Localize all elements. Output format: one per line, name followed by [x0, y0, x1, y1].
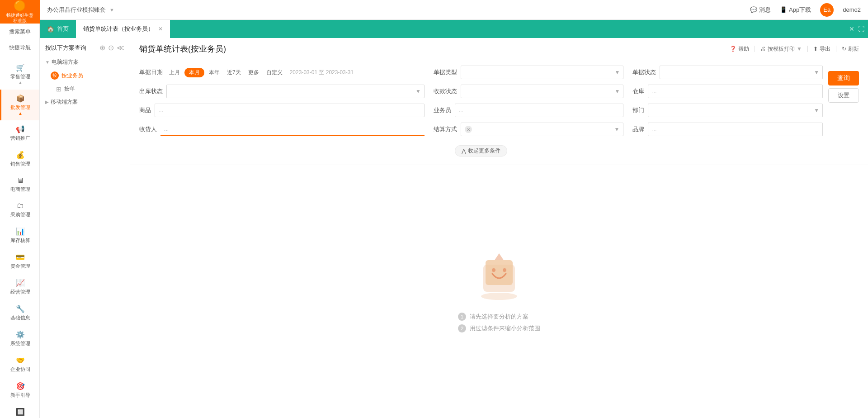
brand-select[interactable]: ... — [648, 123, 823, 136]
workspace-selector[interactable]: 办公用品行业模拟账套 ▼ — [47, 6, 114, 14]
warehouse-placeholder: ... — [652, 88, 656, 95]
tab-sales-stat[interactable]: 销货单统计表（按业务员） ✕ — [76, 20, 170, 38]
filter-brand: 品牌 ... — [632, 123, 823, 136]
consignee-input[interactable]: ... — [160, 123, 425, 136]
filter-bill-status: 单据状态 ▼ — [632, 66, 823, 79]
filter-row-1: 单据日期 上月 本月 本年 近7天 更多 自定义 — [139, 66, 823, 79]
consignee-label: 收货人 — [139, 125, 157, 133]
sidebar-item-marketing[interactable]: 📢 营销推广 — [0, 120, 39, 146]
warehouse-select[interactable]: ... — [648, 85, 823, 98]
sidebar-item-label-purchase: 采购管理 — [10, 211, 30, 218]
bill-status-select-wrap: ▼ — [660, 66, 823, 79]
last-month-tab[interactable]: 上月 — [166, 68, 183, 77]
search-menu[interactable]: 搜索菜单 — [0, 24, 39, 40]
empty-tip-1: 1 请先选择要分析的方案 — [458, 313, 540, 321]
message-icon: 💬 — [750, 6, 757, 13]
export-btn[interactable]: ⬆ 导出 — [813, 45, 830, 53]
dept-select[interactable] — [648, 104, 823, 117]
by-order-label: 按单 — [64, 85, 75, 93]
out-status-select[interactable] — [166, 85, 425, 98]
sidebar-item-wholesale[interactable]: 📦 批发管理 ▲ — [0, 90, 39, 120]
scheme-sub-item-by-order[interactable]: ⊞ 按单 — [40, 82, 130, 95]
sidebar-item-label-system: 系统管理 — [10, 340, 30, 347]
bill-status-select[interactable] — [660, 66, 823, 79]
refresh-btn[interactable]: ↻ 刷新 — [842, 45, 859, 53]
filter-dept: 部门 ▼ — [632, 104, 823, 117]
brand-placeholder: ... — [652, 126, 656, 133]
filter-salesman: 业务员 ... — [434, 104, 624, 117]
sidebar-item-retail[interactable]: 🛒 零售管理 ▲ — [0, 59, 39, 90]
sidebar-item-newbie[interactable]: 🎯 新手引导 — [0, 377, 39, 403]
sidebar-item-basic[interactable]: 🔧 基础信息 — [0, 300, 39, 326]
collapse-btn[interactable]: ⋀ 收起更多条件 — [455, 145, 507, 157]
goods-select[interactable]: ... — [155, 104, 425, 117]
sidebar-item-label-finance: 资金管理 — [10, 263, 30, 270]
collapse-panel-btn[interactable]: ≪ — [117, 43, 124, 52]
close-tab-icon[interactable]: ✕ — [158, 26, 163, 32]
purchase-icon: 🗂 — [17, 202, 24, 210]
filter-area: 单据日期 上月 本月 本年 近7天 更多 自定义 — [130, 59, 868, 165]
help-btn[interactable]: ❓ 帮助 — [730, 45, 749, 53]
coop-icon: 🤝 — [16, 356, 25, 365]
message-label: 消息 — [759, 6, 771, 14]
sidebar-item-coop[interactable]: 🤝 企业协同 — [0, 352, 39, 377]
tip-text-2: 用过滤条件来缩小分析范围 — [470, 324, 540, 332]
page-header-actions: ❓ 帮助 🖨 按模板打印 ▼ ⬆ 导出 — [730, 45, 859, 53]
edit-scheme-btn[interactable]: ⊙ — [108, 43, 114, 52]
sidebar-item-label-wholesale: 批发管理 — [10, 104, 30, 111]
settle-select-wrap: ✕ ▼ — [461, 123, 624, 136]
settle-clear-btn[interactable]: ✕ — [465, 126, 472, 133]
desktop-group-label: 电脑端方案 — [52, 58, 79, 66]
sidebar-item-ecom[interactable]: 🖥 电商管理 — [0, 172, 39, 197]
tip-num-1: 1 — [458, 313, 466, 321]
header-right-actions: 💬 消息 📱 App下载 Ea demo2 — [750, 3, 861, 17]
sidebar-item-system[interactable]: ⚙️ 系统管理 — [0, 326, 39, 352]
system-icon: ⚙️ — [16, 330, 25, 339]
sidebar-item-purchase[interactable]: 🗂 采购管理 — [0, 197, 39, 223]
arrow-icon: ▼ — [45, 60, 50, 65]
maximize-btn[interactable]: ⛶ — [858, 25, 864, 33]
quick-nav[interactable]: 快捷导航 — [0, 40, 39, 55]
query-btn[interactable]: 查询 — [828, 71, 859, 86]
sidebar-item-operation[interactable]: 📈 经营管理 — [0, 274, 39, 300]
appstore-icon: 🔲 — [16, 408, 25, 416]
app-download-btn[interactable]: 📱 App下载 — [780, 6, 811, 14]
left-panel: 按以下方案查询 ⊕ ⊙ ≪ ▼ 电脑端方案 按 按业务员 ⊞ 按单 — [40, 38, 130, 418]
sidebar-item-label-marketing: 营销推广 — [10, 135, 30, 142]
sales-icon: 💰 — [16, 151, 25, 159]
mobile-group-header[interactable]: ▶ 移动端方案 — [40, 95, 130, 109]
sidebar-item-sales[interactable]: 💰 销售管理 — [0, 146, 39, 172]
avatar[interactable]: Ea — [820, 3, 834, 17]
left-panel-header: 按以下方案查询 ⊕ ⊙ ≪ — [40, 43, 130, 56]
tab-home[interactable]: 🏠 首页 — [40, 20, 76, 38]
template-print-btn[interactable]: 🖨 按模板打印 ▼ — [760, 45, 802, 53]
receive-status-select[interactable] — [461, 85, 624, 98]
sidebar-item-appstore[interactable]: 🔲 应用中心 — [0, 403, 39, 418]
warehouse-label: 仓库 — [632, 87, 644, 95]
empty-icon — [472, 251, 526, 305]
desktop-group-header[interactable]: ▼ 电脑端方案 — [40, 56, 130, 69]
sidebar-item-label-sales: 销售管理 — [10, 161, 30, 167]
current-month-tab[interactable]: 本月 — [184, 68, 204, 77]
more-tab[interactable]: 更多 — [245, 68, 262, 77]
message-btn[interactable]: 💬 消息 — [750, 6, 771, 14]
current-year-tab[interactable]: 本年 — [206, 68, 222, 77]
workspace-arrow: ▼ — [109, 7, 114, 13]
bill-type-select[interactable] — [461, 66, 624, 79]
scheme-group-mobile: ▶ 移动端方案 — [40, 95, 130, 109]
help-icon: ❓ — [730, 46, 736, 52]
filter-row-4: 收货人 ... 结算方式 ✕ — [139, 123, 823, 136]
add-scheme-btn[interactable]: ⊕ — [99, 43, 105, 52]
marketing-icon: 📢 — [16, 125, 25, 133]
basic-icon: 🔧 — [16, 304, 25, 313]
scheme-item-by-salesman[interactable]: 按 按业务员 — [40, 69, 130, 82]
custom-tab[interactable]: 自定义 — [264, 68, 285, 77]
settings-btn[interactable]: 设置 — [828, 88, 859, 103]
date-label: 单据日期 — [139, 68, 163, 76]
last7-tab[interactable]: 近7天 — [224, 68, 244, 77]
close-window-btn[interactable]: ✕ — [849, 25, 854, 33]
sub-icon: ⊞ — [56, 86, 61, 93]
salesman-select[interactable]: ... — [455, 104, 624, 117]
sidebar-item-finance[interactable]: 💳 资金管理 — [0, 248, 39, 274]
sidebar-item-inventory[interactable]: 📊 库存核算 — [0, 223, 39, 248]
